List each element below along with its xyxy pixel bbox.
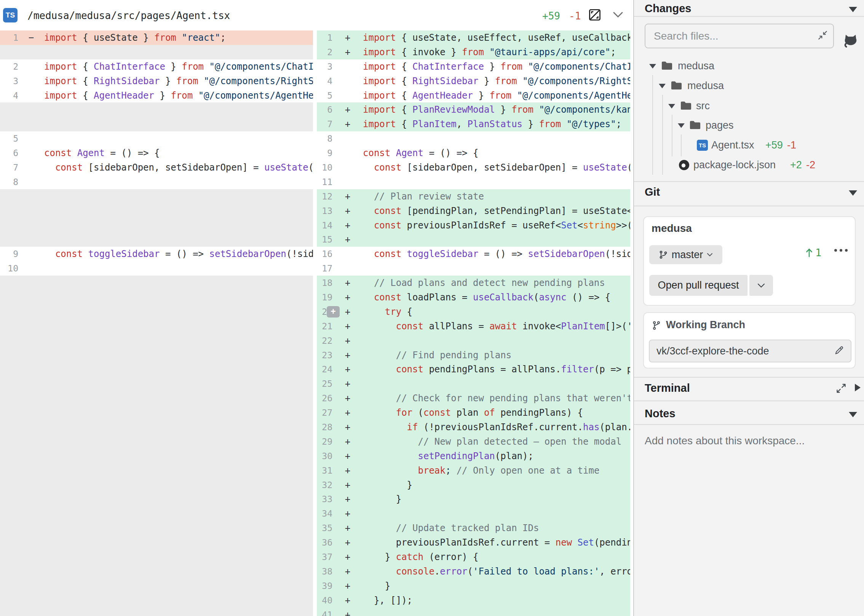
diff-row: 27+ for (const plan of pendingPlans) { bbox=[317, 405, 630, 420]
diff-filler-row bbox=[0, 45, 313, 59]
diff-row: 35+ // Update tracked plan IDs bbox=[317, 521, 630, 535]
tree-item-medusa-inner[interactable]: medusa bbox=[634, 76, 864, 96]
line-number: 18 bbox=[317, 278, 332, 288]
tree-item-label: package-lock.json bbox=[693, 159, 776, 171]
changes-collapse-caret-icon[interactable] bbox=[849, 7, 857, 12]
expander-icon[interactable] bbox=[659, 84, 666, 88]
code-line: const pendingPlans = allPlans.filter(p =… bbox=[363, 364, 630, 375]
open-pull-request-button[interactable]: Open pull request bbox=[649, 275, 747, 296]
branch-selector-button[interactable]: master bbox=[649, 245, 722, 264]
diff-row: 38+ console.error('Failed to load plans:… bbox=[317, 564, 630, 579]
notes-input-placeholder[interactable]: Add notes about this workspace... bbox=[645, 435, 805, 447]
git-collapse-caret-icon[interactable] bbox=[849, 190, 857, 196]
working-branch-field[interactable]: vk/3ccf-explore-the-code bbox=[649, 340, 851, 362]
commits-ahead[interactable]: 1 bbox=[805, 247, 821, 259]
line-number: 30 bbox=[317, 451, 332, 461]
diff-marker: + bbox=[332, 220, 363, 231]
diff-filler-row bbox=[0, 608, 313, 616]
expander-icon[interactable] bbox=[668, 104, 675, 109]
diff-row: 8 bbox=[0, 175, 313, 189]
diff-filler-row bbox=[0, 117, 313, 131]
git-section-title: Git bbox=[645, 186, 660, 198]
tree-item-agent-tsx[interactable]: TS Agent.tsx +59 -1 bbox=[634, 135, 864, 155]
tree-item-label: pages bbox=[706, 120, 734, 131]
diff-marker: + bbox=[332, 234, 363, 245]
pull-request-options-button[interactable] bbox=[749, 275, 773, 296]
diff-row: 29+ // New plan detected — open the moda… bbox=[317, 434, 630, 449]
split-diff-icon[interactable] bbox=[588, 8, 602, 22]
diff-filler-row bbox=[0, 478, 313, 492]
working-branch-card: Working Branch vk/3ccf-explore-the-code bbox=[643, 312, 856, 369]
diff-filler-row bbox=[0, 463, 313, 478]
search-files-input[interactable] bbox=[653, 30, 818, 43]
diff-filler-row bbox=[0, 305, 313, 319]
divider bbox=[634, 181, 864, 182]
diff-row: 32+ } bbox=[317, 478, 630, 492]
diff-row: 3import { ChatInterface } from "@/compon… bbox=[317, 59, 630, 74]
tree-item-package-lock[interactable]: package-lock.json +2 -2 bbox=[634, 155, 864, 175]
tree-item-label: medusa bbox=[687, 80, 724, 92]
tree-item-medusa[interactable]: medusa bbox=[634, 56, 864, 76]
expander-icon[interactable] bbox=[649, 64, 656, 69]
code-line: import { ChatInterface } from "@/compone… bbox=[363, 61, 630, 72]
diff-filler-row bbox=[0, 391, 313, 405]
line-number: 31 bbox=[317, 466, 332, 476]
edit-branch-icon[interactable] bbox=[834, 345, 845, 357]
tree-item-pages[interactable]: pages bbox=[634, 115, 864, 135]
line-number: 6 bbox=[0, 148, 18, 158]
line-number: 10 bbox=[0, 263, 18, 273]
diff-row: 4import { RightSidebar } from "@/compone… bbox=[317, 74, 630, 88]
diff-pane-old[interactable]: 1−import { useState } from "react";2impo… bbox=[0, 30, 313, 616]
expand-terminal-icon[interactable] bbox=[836, 383, 846, 394]
current-branch-label: master bbox=[672, 249, 703, 261]
line-number: 12 bbox=[317, 192, 332, 201]
diff-pane-new[interactable]: 1+import { useState, useEffect, useRef, … bbox=[317, 30, 630, 616]
line-number: 38 bbox=[317, 567, 332, 576]
diff-row: 19+ const loadPlans = useCallback(async … bbox=[317, 290, 630, 305]
notes-collapse-caret-icon[interactable] bbox=[849, 412, 857, 417]
diff-row: 16 const toggleSidebar = () => setSideba… bbox=[317, 247, 630, 261]
line-number: 35 bbox=[317, 523, 332, 533]
add-comment-button[interactable]: + bbox=[327, 306, 340, 318]
divider bbox=[634, 206, 864, 206]
diff-filler-row bbox=[0, 189, 313, 204]
line-number: 8 bbox=[317, 134, 332, 144]
diff-row: 23+ // Find pending plans bbox=[317, 348, 630, 362]
git-repo-card: medusa master 1 Open pull request bbox=[643, 216, 856, 306]
diff-row: 10 bbox=[0, 261, 313, 276]
diff-row: 31+ break; // Only open one at a time bbox=[317, 463, 630, 478]
github-icon[interactable] bbox=[843, 34, 858, 49]
line-number: 14 bbox=[317, 220, 332, 230]
diff-row: 25+ bbox=[317, 377, 630, 391]
chevron-down-icon[interactable] bbox=[612, 11, 624, 19]
terminal-expand-caret-icon[interactable] bbox=[855, 384, 861, 391]
line-number: 28 bbox=[317, 422, 332, 432]
diff-row: 39+ } bbox=[317, 579, 630, 593]
diff-row: 12+ // Plan review state bbox=[317, 189, 630, 204]
diff-row: 11 bbox=[317, 175, 630, 189]
code-line: import { useState, useEffect, useRef, us… bbox=[363, 32, 630, 43]
diff-marker: + bbox=[332, 610, 363, 616]
line-number: 2 bbox=[0, 62, 18, 72]
diff-marker: + bbox=[332, 566, 363, 577]
line-number: 33 bbox=[317, 494, 332, 504]
tree-item-src[interactable]: src bbox=[634, 96, 864, 116]
additions-count: +59 bbox=[542, 10, 560, 22]
diff-row: 41+ bbox=[317, 608, 630, 616]
diff-filler-row bbox=[0, 434, 313, 449]
more-options-icon[interactable] bbox=[834, 249, 848, 252]
line-number: 17 bbox=[317, 263, 332, 273]
code-line: const loadPlans = useCallback(async () =… bbox=[363, 292, 610, 303]
expander-icon[interactable] bbox=[678, 123, 685, 128]
diff-row: 24+ const pendingPlans = allPlans.filter… bbox=[317, 362, 630, 377]
code-line: const toggleSidebar = () => setSidebarOp… bbox=[44, 249, 313, 259]
line-number: 4 bbox=[317, 76, 332, 86]
line-number: 34 bbox=[317, 509, 332, 519]
diff-marker: + bbox=[332, 119, 363, 129]
diff-marker: + bbox=[332, 350, 363, 361]
diff-row: 26+ // Check for new pending plans that … bbox=[317, 391, 630, 405]
diff-marker: + bbox=[332, 552, 363, 562]
line-number: 26 bbox=[317, 393, 332, 403]
collapse-tree-icon[interactable] bbox=[818, 30, 828, 42]
diff-row: 9const Agent = () => { bbox=[317, 146, 630, 160]
